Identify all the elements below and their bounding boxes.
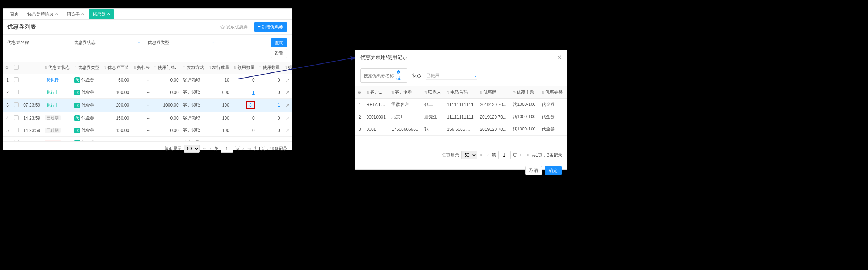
row-checkbox[interactable] — [14, 90, 19, 94]
column-header[interactable]: ⇅操作 — [282, 62, 292, 74]
per-page-select[interactable]: 50 — [461, 151, 477, 159]
column-header[interactable]: ⇅领用数量 — [232, 62, 257, 74]
page-input[interactable] — [221, 145, 233, 153]
table-row[interactable]: 2执行中代代金券100.00--0.00客户领取100010↗▦ — [3, 86, 292, 99]
table-row[interactable]: 1待执行代代金券50.00--0.00客户领取1000↗▦ — [3, 74, 292, 86]
share-icon[interactable]: ↗ — [285, 140, 289, 141]
share-icon[interactable]: ↗ — [285, 103, 289, 108]
column-header[interactable]: ⇅折扣% — [131, 62, 152, 74]
filter-type-select[interactable]: ⌄ — [171, 38, 214, 46]
sort-icon[interactable]: ⇅ — [234, 66, 237, 70]
gear-icon[interactable]: ⚙ — [357, 90, 361, 95]
last-page-icon[interactable]: ⇥ — [247, 146, 252, 151]
column-header[interactable]: ⇅客户... — [364, 86, 390, 99]
select-all-checkbox[interactable] — [14, 65, 19, 70]
claim-count-highlighted[interactable]: 3 — [246, 101, 255, 109]
claim-count-link[interactable]: 1 — [252, 90, 255, 95]
row-checkbox[interactable] — [14, 102, 19, 107]
share-icon[interactable]: ↗ — [285, 90, 289, 95]
table-row[interactable]: 200010001北京1唐先生111111111112019120 70...满… — [355, 111, 567, 123]
column-header[interactable]: ⇅优惠码 — [478, 86, 511, 99]
table-row[interactable]: 414 23:59已过期代代金券150.00--0.00客户领取10000↗▦ — [3, 112, 292, 124]
row-checkbox[interactable] — [14, 115, 19, 120]
sort-icon[interactable]: ⇅ — [284, 66, 287, 70]
tab-优惠券[interactable]: 优惠券✕ — [89, 9, 114, 19]
table-row[interactable]: 514 23:59已过期代代金券150.00--0.00客户领取10000↗▦ — [3, 124, 292, 137]
sort-icon[interactable]: ⇅ — [447, 91, 450, 94]
share-icon[interactable]: ↗ — [285, 77, 289, 83]
last-page-icon[interactable]: ⇥ — [524, 153, 529, 158]
sort-icon[interactable]: ⇅ — [183, 66, 186, 70]
column-header[interactable]: ⇅优惠券类 — [539, 86, 567, 99]
prev-page-icon[interactable]: ‹ — [487, 153, 490, 158]
table-row[interactable]: 614 23:59已终止代代金券150.00--0.00客户领取10000↗▦ — [3, 137, 292, 142]
tab-优惠券详情页[interactable]: 优惠券详情页✕ — [24, 9, 62, 19]
row-checkbox[interactable] — [14, 128, 19, 132]
dialog-status-select[interactable]: 已使用 ⌄ — [426, 72, 477, 80]
page-input[interactable] — [498, 151, 511, 159]
close-icon[interactable]: ✕ — [55, 12, 58, 16]
sort-icon[interactable]: ⇅ — [259, 66, 262, 70]
sort-icon[interactable]: ⇅ — [154, 66, 157, 70]
close-icon[interactable]: ✕ — [107, 12, 110, 16]
query-button[interactable]: 查询 — [271, 38, 287, 47]
column-header[interactable] — [12, 62, 21, 74]
column-header[interactable]: ⇅发放方式 — [181, 62, 206, 74]
column-header[interactable]: ⚙ — [355, 86, 364, 99]
sort-icon[interactable]: ⇅ — [208, 66, 211, 70]
column-header[interactable]: ⇅使用数量 — [257, 62, 282, 74]
sort-icon[interactable]: ⇅ — [542, 91, 545, 94]
per-page-select[interactable]: 50 — [184, 145, 200, 153]
sort-icon[interactable]: ⇅ — [424, 91, 427, 94]
table-container: ⚙⇅优惠券状态⇅优惠券类型⇅优惠券面值⇅折扣%⇅使用门槛...⇅发放方式⇅发行数… — [3, 62, 292, 141]
share-icon[interactable]: ↗ — [285, 128, 289, 133]
cancel-button[interactable]: 取消 — [525, 166, 542, 175]
close-icon[interactable]: ✕ — [81, 12, 84, 16]
first-page-icon[interactable]: ⇤ — [479, 153, 484, 158]
first-page-icon[interactable]: ⇤ — [202, 146, 207, 151]
column-header[interactable]: ⇅使用门槛... — [152, 62, 181, 74]
distribute-coupon-button[interactable]: ◎ 发放优惠券 — [216, 22, 251, 32]
column-header[interactable] — [21, 62, 42, 74]
column-header[interactable]: ⇅客户名称 — [389, 86, 422, 99]
settings-button[interactable]: 设置 — [271, 49, 287, 58]
gear-icon[interactable]: ⚙ — [5, 65, 9, 70]
sort-icon[interactable]: ⇅ — [480, 91, 483, 94]
sort-icon[interactable]: ⇅ — [45, 66, 47, 70]
table-row[interactable]: 3000117666666666张156 6666 ...2019120 70.… — [355, 123, 567, 136]
next-page-icon[interactable]: › — [242, 146, 245, 151]
pagination: 每页显示 50 ⇤ ‹ 第 页 › ⇥ 共1页，49条记录 — [3, 141, 292, 155]
column-header[interactable]: ⇅优惠券面值 — [102, 62, 131, 74]
filter-name-input[interactable] — [30, 38, 67, 46]
add-coupon-button[interactable]: + 新增优惠券 — [254, 22, 287, 32]
column-header[interactable]: ⚙ — [3, 62, 12, 74]
column-header[interactable]: ⇅优惠主题 — [511, 86, 540, 99]
filter-status-select[interactable]: ⌄ — [97, 38, 140, 46]
column-header[interactable]: ⇅发行数量 — [206, 62, 232, 74]
tab-首页[interactable]: 首页 — [7, 9, 22, 19]
row-checkbox[interactable] — [14, 140, 19, 142]
column-header[interactable]: ⇅联系人 — [422, 86, 445, 99]
prev-page-icon[interactable]: ‹ — [209, 146, 212, 151]
row-checkbox[interactable] — [14, 77, 19, 82]
ok-button[interactable]: 确定 — [545, 166, 562, 175]
coupon-code: 2019120 70... — [478, 111, 511, 123]
sort-icon[interactable]: ⇅ — [134, 66, 136, 70]
table-row[interactable]: 1RETAIL...零散客户张三111111111112019120 70...… — [355, 99, 567, 111]
next-page-icon[interactable]: › — [519, 153, 522, 158]
share-icon[interactable]: ↗ — [285, 115, 289, 121]
sort-icon[interactable]: ⇅ — [104, 66, 107, 70]
sort-icon[interactable]: ⇅ — [367, 91, 369, 94]
column-header[interactable]: ⇅电话号码 — [445, 86, 478, 99]
sort-icon[interactable]: ⇅ — [391, 91, 394, 94]
search-input[interactable] — [364, 73, 396, 78]
column-header[interactable]: ⇅优惠券类型 — [72, 62, 102, 74]
table-row[interactable]: 307 23:59执行中代代金券200.00--1000.00客户领取10031… — [3, 99, 292, 112]
tab-销货单[interactable]: 销货单✕ — [63, 9, 88, 19]
column-header[interactable]: ⇅优惠券状态 — [42, 62, 72, 74]
search-box[interactable]: �搜 — [360, 68, 407, 83]
use-count-link[interactable]: 1 — [278, 103, 280, 108]
close-icon[interactable]: ✕ — [557, 54, 562, 61]
sort-icon[interactable]: ⇅ — [513, 91, 516, 94]
sort-icon[interactable]: ⇅ — [74, 66, 77, 70]
